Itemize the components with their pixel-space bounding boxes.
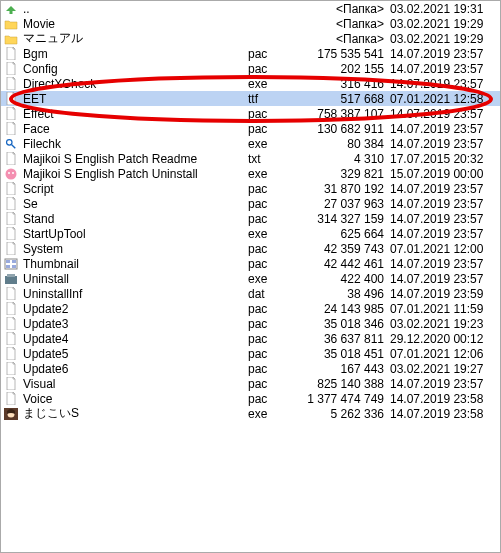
file-date: 03.02.2021 19:23 <box>390 317 500 331</box>
file-row[interactable]: Scriptpac31 870 19214.07.2019 23:57 <box>1 181 500 196</box>
file-ext: pac <box>248 362 290 376</box>
girl-icon <box>3 407 19 421</box>
file-ext: pac <box>248 257 290 271</box>
file-ext: pac <box>248 332 290 346</box>
file-date: 17.07.2015 20:32 <box>390 152 500 166</box>
file-name: Majikoi S English Patch Readme <box>21 152 248 166</box>
file-date: 07.01.2021 11:59 <box>390 302 500 316</box>
file-row[interactable]: Uninstallexe422 40014.07.2019 23:57 <box>1 271 500 286</box>
file-name: Majikoi S English Patch Uninstall <box>21 167 248 181</box>
file-name: Thumbnail <box>21 257 248 271</box>
file-date: 03.02.2021 19:29 <box>390 32 500 46</box>
file-ext: exe <box>248 167 290 181</box>
file-row[interactable]: StartUpToolexe625 66414.07.2019 23:57 <box>1 226 500 241</box>
file-ext: pac <box>248 242 290 256</box>
file-size: 36 637 811 <box>290 332 390 346</box>
file-name: Uninstall <box>21 272 248 286</box>
folder-icon <box>3 17 19 31</box>
file-row[interactable]: Movie<Папка>03.02.2021 19:29 <box>1 16 500 31</box>
file-date: 29.12.2020 00:12 <box>390 332 500 346</box>
file-size: 35 018 451 <box>290 347 390 361</box>
file-ext: dat <box>248 287 290 301</box>
file-icon <box>3 62 19 76</box>
file-name: Update4 <box>21 332 248 346</box>
file-size: 27 037 963 <box>290 197 390 211</box>
file-icon <box>3 107 19 121</box>
file-row[interactable]: EETttf517 66807.01.2021 12:58 <box>1 91 500 106</box>
svg-rect-12 <box>7 274 15 277</box>
file-row[interactable]: ..<Папка>03.02.2021 19:31 <box>1 1 500 16</box>
file-name: Effect <box>21 107 248 121</box>
file-row[interactable]: Voicepac1 377 474 74914.07.2019 23:58 <box>1 391 500 406</box>
file-row[interactable]: Systempac42 359 74307.01.2021 12:00 <box>1 241 500 256</box>
file-icon <box>3 392 19 406</box>
file-row[interactable]: Configpac202 15514.07.2019 23:57 <box>1 61 500 76</box>
file-row[interactable]: Majikoi S English Patch Readmetxt4 31017… <box>1 151 500 166</box>
file-size: 42 359 743 <box>290 242 390 256</box>
file-date: 14.07.2019 23:58 <box>390 407 500 421</box>
file-ext: pac <box>248 47 290 61</box>
file-row[interactable]: Bgmpac175 535 54114.07.2019 23:57 <box>1 46 500 61</box>
file-name: Script <box>21 182 248 196</box>
file-icon <box>3 317 19 331</box>
file-date: 14.07.2019 23:58 <box>390 392 500 406</box>
file-size: 5 262 336 <box>290 407 390 421</box>
file-name: Voice <box>21 392 248 406</box>
file-row[interactable]: Effectpac758 387 10714.07.2019 23:57 <box>1 106 500 121</box>
up-icon <box>3 2 19 16</box>
file-size: 42 442 461 <box>290 257 390 271</box>
file-size: 167 443 <box>290 362 390 376</box>
file-ext: pac <box>248 107 290 121</box>
file-row[interactable]: Filechkexe80 38414.07.2019 23:57 <box>1 136 500 151</box>
svg-point-1 <box>7 139 12 144</box>
file-name: UninstallInf <box>21 287 248 301</box>
file-row[interactable]: まじこいSexe5 262 33614.07.2019 23:58 <box>1 406 500 421</box>
file-ext: pac <box>248 62 290 76</box>
file-size: 31 870 192 <box>290 182 390 196</box>
file-row[interactable]: Update2pac24 143 98507.01.2021 11:59 <box>1 301 500 316</box>
file-row[interactable]: DirectXCheckexe316 41614.07.2019 23:57 <box>1 76 500 91</box>
file-row[interactable]: Update6pac167 44303.02.2021 19:27 <box>1 361 500 376</box>
file-list[interactable]: ..<Папка>03.02.2021 19:31Movie<Папка>03.… <box>1 1 500 421</box>
file-ext: pac <box>248 197 290 211</box>
file-size: <Папка> <box>290 17 390 31</box>
file-ext: pac <box>248 377 290 391</box>
file-icon <box>3 362 19 376</box>
file-size: 130 682 911 <box>290 122 390 136</box>
file-row[interactable]: Majikoi S English Patch Uninstallexe329 … <box>1 166 500 181</box>
file-row[interactable]: Sepac27 037 96314.07.2019 23:57 <box>1 196 500 211</box>
file-row[interactable]: Visualpac825 140 38814.07.2019 23:57 <box>1 376 500 391</box>
file-name: System <box>21 242 248 256</box>
file-size: <Папка> <box>290 32 390 46</box>
file-date: 14.07.2019 23:57 <box>390 212 500 226</box>
file-row[interactable]: Standpac314 327 15914.07.2019 23:57 <box>1 211 500 226</box>
svg-rect-0 <box>10 10 13 14</box>
file-row[interactable]: Update5pac35 018 45107.01.2021 12:06 <box>1 346 500 361</box>
file-row[interactable]: Update4pac36 637 81129.12.2020 00:12 <box>1 331 500 346</box>
file-icon <box>3 152 19 166</box>
folder-icon <box>3 32 19 46</box>
thumb-icon <box>3 257 19 271</box>
file-size: 35 018 346 <box>290 317 390 331</box>
file-row[interactable]: マニュアル<Папка>03.02.2021 19:29 <box>1 31 500 46</box>
file-size: 625 664 <box>290 227 390 241</box>
file-icon <box>3 287 19 301</box>
file-row[interactable]: Facepac130 682 91114.07.2019 23:57 <box>1 121 500 136</box>
file-icon <box>3 332 19 346</box>
file-icon <box>3 242 19 256</box>
file-ext: exe <box>248 407 290 421</box>
file-row[interactable]: Update3pac35 018 34603.02.2021 19:23 <box>1 316 500 331</box>
file-date: 03.02.2021 19:29 <box>390 17 500 31</box>
file-name: Stand <box>21 212 248 226</box>
svg-point-5 <box>12 172 14 174</box>
file-size: 80 384 <box>290 137 390 151</box>
file-name: StartUpTool <box>21 227 248 241</box>
mag-icon <box>3 137 19 151</box>
file-row[interactable]: Thumbnailpac42 442 46114.07.2019 23:57 <box>1 256 500 271</box>
file-size: 175 535 541 <box>290 47 390 61</box>
file-size: 316 416 <box>290 77 390 91</box>
svg-rect-9 <box>6 265 10 268</box>
file-name: Config <box>21 62 248 76</box>
svg-rect-8 <box>12 260 16 263</box>
file-row[interactable]: UninstallInfdat38 49614.07.2019 23:59 <box>1 286 500 301</box>
